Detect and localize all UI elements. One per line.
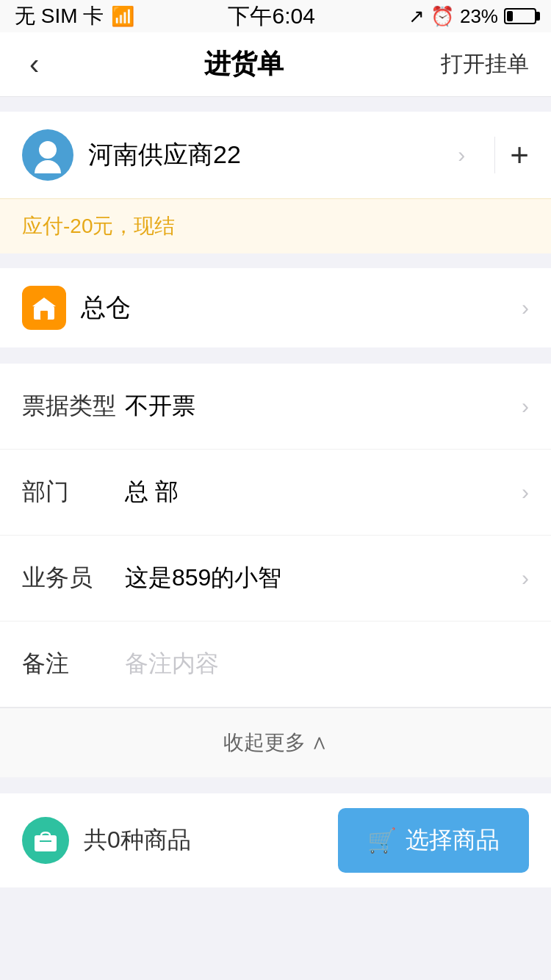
warehouse-name: 总仓 [81, 291, 522, 325]
status-left: 无 SIM 卡 📶 [15, 2, 134, 30]
carrier-text: 无 SIM 卡 [15, 2, 104, 30]
remark-label: 备注 [22, 648, 118, 680]
supplier-chevron-icon: › [458, 143, 465, 167]
status-time: 下午6:04 [228, 1, 314, 32]
warehouse-row[interactable]: 总仓 › [0, 268, 551, 347]
form-section: 票据类型 不开票 › 部门 总 部 › 业务员 这是859的小智 › 备注 备注… [0, 364, 551, 777]
sales-chevron-icon: › [522, 566, 529, 591]
supplier-add-button[interactable]: + [510, 137, 529, 173]
back-button[interactable]: ‹ [22, 40, 46, 88]
supplier-row[interactable]: 河南供应商22 › + [0, 112, 551, 198]
salesperson-row[interactable]: 业务员 这是859的小智 › [0, 536, 551, 621]
sales-value: 这是859的小智 [125, 562, 522, 594]
open-pending-button[interactable]: 打开挂单 [441, 49, 529, 79]
supplier-divider [494, 137, 495, 173]
select-btn-label: 选择商品 [406, 824, 500, 857]
notice-bar: 应付-20元，现结 [0, 198, 551, 253]
divider-2 [0, 253, 551, 268]
alarm-icon: ⏰ [431, 5, 454, 28]
dept-value: 总 部 [125, 476, 522, 508]
select-product-button[interactable]: 🛒 选择商品 [338, 808, 529, 873]
divider-4 [0, 777, 551, 792]
product-count: 共0种商品 [84, 824, 338, 857]
collapse-bar[interactable]: 收起更多 ∧ [0, 707, 551, 777]
invoice-value: 不开票 [125, 390, 522, 422]
invoice-type-row[interactable]: 票据类型 不开票 › [0, 364, 551, 450]
wifi-icon: 📶 [111, 5, 134, 28]
status-bar: 无 SIM 卡 📶 下午6:04 ↗ ⏰ 23% [0, 0, 551, 32]
invoice-chevron-icon: › [522, 394, 529, 419]
collapse-label: 收起更多 ∧ [223, 731, 328, 754]
page-title: 进货单 [204, 46, 284, 82]
supplier-avatar [22, 129, 73, 181]
location-icon: ↗ [408, 5, 425, 28]
notice-text: 应付-20元，现结 [22, 215, 175, 237]
battery-icon [504, 8, 536, 24]
divider-1 [0, 97, 551, 112]
warehouse-svg-icon [31, 295, 57, 321]
remark-value[interactable]: 备注内容 [125, 648, 529, 680]
dept-label: 部门 [22, 476, 118, 508]
supplier-section: 河南供应商22 › + 应付-20元，现结 [0, 112, 551, 253]
battery-text: 23% [460, 5, 498, 28]
invoice-label: 票据类型 [22, 390, 118, 422]
avatar-person-icon [34, 141, 62, 169]
svg-rect-2 [40, 311, 48, 320]
select-icon: 🛒 [367, 826, 397, 854]
warehouse-chevron-icon: › [522, 295, 529, 320]
divider-3 [0, 347, 551, 362]
status-right: ↗ ⏰ 23% [408, 5, 536, 28]
supplier-name: 河南供应商22 [88, 138, 458, 172]
svg-marker-1 [32, 298, 56, 306]
svg-rect-3 [35, 835, 57, 851]
remark-row[interactable]: 备注 备注内容 [0, 621, 551, 707]
product-bar: 共0种商品 🛒 选择商品 [0, 793, 551, 887]
product-icon-wrap [22, 817, 69, 864]
warehouse-icon [22, 286, 66, 330]
sales-label: 业务员 [22, 562, 118, 594]
dept-row[interactable]: 部门 总 部 › [0, 450, 551, 536]
warehouse-section: 总仓 › [0, 268, 551, 347]
product-bag-icon [32, 826, 60, 854]
nav-bar: ‹ 进货单 打开挂单 [0, 32, 551, 97]
dept-chevron-icon: › [522, 480, 529, 505]
